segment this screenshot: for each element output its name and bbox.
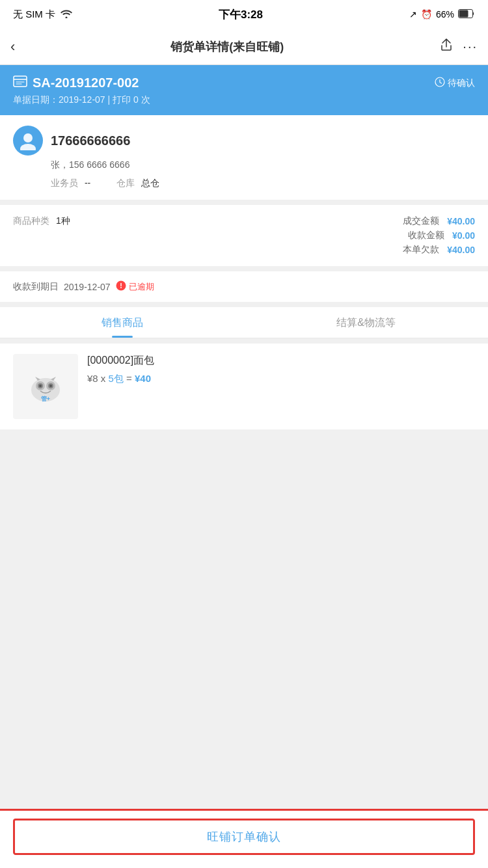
status-bar: 无 SIM 卡 下午3:28 ↗ ⏰ 66% [0,0,488,29]
summary-left: 商品种类 1种 [13,215,70,227]
wifi-icon [61,9,72,20]
received-value: ¥0.00 [452,230,475,241]
svg-point-7 [120,287,122,288]
received-row: 收款金额 ¥0.00 [408,230,475,241]
order-icon [13,75,27,90]
nav-right: ··· [439,38,478,55]
owed-label: 本单欠款 [403,244,439,256]
more-button[interactable]: ··· [463,39,478,54]
status-left: 无 SIM 卡 [13,8,72,21]
svg-point-14 [49,385,52,387]
page-title: 销货单详情(来自旺铺) [170,39,284,55]
product-type-label: 商品种类 [13,215,49,226]
svg-point-4 [23,133,33,142]
summary-right: 成交金额 ¥40.00 收款金额 ¥0.00 本单欠款 ¥40.00 [403,215,475,256]
product-type-value: 1种 [56,215,70,226]
order-header: SA-20191207-002 待确认 单据日期：2019-12-07 | 打印… [0,65,488,115]
location-icon: ↗ [409,9,417,20]
tab-settlement[interactable]: 结算&物流等 [244,307,488,338]
svg-rect-2 [14,76,27,87]
product-section: 管+ [0000002]面包 ¥8 x 5包 = ¥40 [0,344,488,429]
tabs: 销售商品 结算&物流等 [0,307,488,338]
product-name: [0000002]面包 [87,354,475,368]
transaction-row: 成交金额 ¥40.00 [403,215,475,227]
sim-status: 无 SIM 卡 [13,8,55,21]
due-date: 2019-12-07 [64,282,111,292]
product-item: 管+ [0000002]面包 ¥8 x 5包 = ¥40 [13,354,475,419]
transaction-label: 成交金额 [403,215,439,227]
due-section: 收款到期日 2019-12-07 已逾期 [0,271,488,307]
warehouse-meta: 仓库 总仓 [116,178,159,189]
order-header-top: SA-20191207-002 待确认 [13,75,475,90]
customer-row: 17666666666 [13,126,475,156]
warning-icon [116,280,126,293]
svg-rect-1 [459,10,468,17]
customer-section: 17666666666 张，156 6666 6666 业务员 -- 仓库 总仓 [0,115,488,205]
tab-sales-product[interactable]: 销售商品 [0,307,244,338]
salesperson-label: 业务员 [51,178,78,188]
battery-level: 66% [436,9,454,20]
share-button[interactable] [439,38,454,55]
equals-sign: = [124,373,135,384]
due-label: 收款到期日 [13,281,59,293]
svg-point-13 [39,385,42,387]
svg-text:管+: 管+ [41,396,50,402]
confirm-button[interactable]: 旺铺订单确认 [13,819,475,855]
product-info: [0000002]面包 ¥8 x 5包 = ¥40 [87,354,475,385]
price-prefix: ¥8 x [87,373,109,384]
battery-icon [458,9,475,20]
received-label: 收款金额 [408,230,444,241]
avatar [13,126,43,156]
status-right: ↗ ⏰ 66% [409,9,475,20]
warehouse-value: 总仓 [141,178,159,188]
overdue-badge: 已逾期 [116,280,154,293]
content-area [0,429,488,599]
product-price: ¥8 x 5包 = ¥40 [87,373,475,385]
bottom-bar: 旺铺订单确认 [0,809,488,868]
customer-phone: 17666666666 [51,133,130,148]
transaction-value: ¥40.00 [447,216,475,226]
product-total: ¥40 [135,373,151,384]
summary-section: 商品种类 1种 成交金额 ¥40.00 收款金额 ¥0.00 本单欠款 ¥40.… [0,205,488,271]
nav-bar: ‹ 销货单详情(来自旺铺) ··· [0,29,488,65]
customer-name-phone: 张，156 6666 6666 [51,159,475,171]
order-status: 待确认 [435,77,475,89]
customer-meta: 业务员 -- 仓库 总仓 [51,178,475,189]
nav-left: ‹ [10,38,15,55]
back-button[interactable]: ‹ [10,38,15,55]
product-qty: 5包 [109,373,124,384]
clock-icon [435,77,445,89]
status-time: 下午3:28 [219,7,263,22]
order-id: SA-20191207-002 [13,75,139,90]
order-date: 单据日期：2019-12-07 | 打印 0 次 [13,94,475,106]
warehouse-label: 仓库 [116,178,135,188]
owed-row: 本单欠款 ¥40.00 [403,244,475,256]
product-image: 管+ [13,354,78,419]
summary-row: 商品种类 1种 成交金额 ¥40.00 收款金额 ¥0.00 本单欠款 ¥40.… [13,215,475,256]
svg-point-5 [20,144,36,150]
owed-value: ¥40.00 [447,245,475,255]
salesperson-value: -- [85,178,90,188]
salesperson-meta: 业务员 -- [51,178,90,189]
alarm-icon: ⏰ [421,9,432,20]
